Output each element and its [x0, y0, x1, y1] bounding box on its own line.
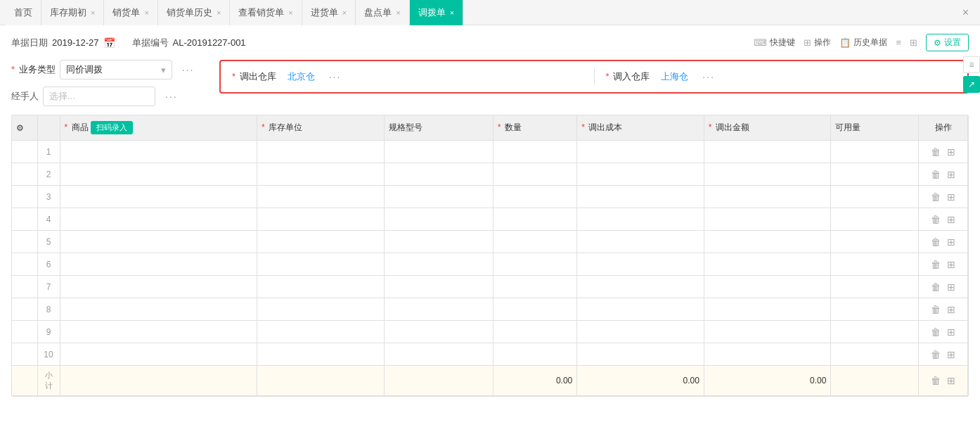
right-panel-external-button[interactable]: ↗	[963, 76, 980, 93]
window-close-button[interactable]: ×	[957, 6, 974, 19]
layout-grid-action[interactable]: ⊞	[910, 37, 917, 48]
close-icon[interactable]: ×	[91, 8, 95, 17]
row-amount-cell[interactable]	[704, 141, 831, 163]
copy-icon[interactable]: ⊞	[947, 326, 955, 338]
tab-transfer[interactable]: 调拨单 ×	[410, 0, 463, 25]
delete-icon[interactable]: 🗑	[931, 349, 941, 360]
calendar-icon[interactable]: 📅	[103, 37, 115, 49]
row-qty-cell[interactable]	[493, 253, 577, 276]
row-spec-cell[interactable]	[384, 163, 493, 186]
row-qty-cell[interactable]	[493, 163, 577, 186]
handler-more-button[interactable]: ···	[165, 91, 178, 102]
copy-icon[interactable]: ⊞	[947, 191, 955, 203]
row-product-cell[interactable]	[60, 321, 257, 343]
copy-icon[interactable]: ⊞	[947, 236, 955, 248]
delete-icon[interactable]: 🗑	[931, 191, 941, 203]
row-amount-cell[interactable]	[704, 163, 831, 186]
row-amount-cell[interactable]	[704, 208, 831, 231]
row-cost-cell[interactable]	[577, 186, 704, 208]
row-amount-cell[interactable]	[704, 276, 831, 298]
row-cost-cell[interactable]	[577, 231, 704, 253]
row-qty-cell[interactable]	[493, 276, 577, 298]
transfer-in-more-button[interactable]: ···	[702, 71, 715, 82]
row-spec-cell[interactable]	[384, 276, 493, 298]
delete-icon[interactable]: 🗑	[931, 281, 941, 293]
copy-icon[interactable]: ⊞	[947, 169, 955, 180]
delete-icon[interactable]: 🗑	[931, 304, 941, 315]
row-cost-cell[interactable]	[577, 208, 704, 231]
row-qty-cell[interactable]	[493, 231, 577, 253]
row-product-cell[interactable]	[60, 141, 257, 163]
th-settings[interactable]: ⚙	[12, 115, 37, 141]
row-cost-cell[interactable]	[577, 343, 704, 366]
row-amount-cell[interactable]	[704, 186, 831, 208]
tab-view-sales[interactable]: 查看销货单 ×	[230, 0, 302, 25]
history-action[interactable]: 📋 历史单据	[839, 37, 887, 49]
tab-sales-history[interactable]: 销货单历史 ×	[158, 0, 230, 25]
row-product-cell[interactable]	[60, 231, 257, 253]
close-icon[interactable]: ×	[396, 8, 400, 17]
delete-icon[interactable]: 🗑	[931, 375, 941, 386]
copy-icon[interactable]: ⊞	[947, 214, 955, 225]
right-panel-list-button[interactable]: ≡	[963, 56, 980, 73]
copy-icon[interactable]: ⊞	[947, 349, 955, 360]
operations-action[interactable]: ⊞ 操作	[804, 37, 831, 49]
row-spec-cell[interactable]	[384, 321, 493, 343]
row-product-cell[interactable]	[60, 163, 257, 186]
row-spec-cell[interactable]	[384, 253, 493, 276]
delete-icon[interactable]: 🗑	[931, 146, 941, 158]
row-spec-cell[interactable]	[384, 231, 493, 253]
row-amount-cell[interactable]	[704, 343, 831, 366]
row-spec-cell[interactable]	[384, 298, 493, 321]
row-unit-cell[interactable]	[257, 208, 385, 231]
row-unit-cell[interactable]	[257, 141, 385, 163]
row-qty-cell[interactable]	[493, 343, 577, 366]
row-spec-cell[interactable]	[384, 141, 493, 163]
row-cost-cell[interactable]	[577, 321, 704, 343]
tab-sales-order[interactable]: 销货单 ×	[104, 0, 157, 25]
business-type-select[interactable]: 同价调拨 ▾	[60, 60, 172, 79]
delete-icon[interactable]: 🗑	[931, 236, 941, 248]
copy-icon[interactable]: ⊞	[947, 146, 955, 158]
copy-icon[interactable]: ⊞	[947, 375, 955, 386]
row-spec-cell[interactable]	[384, 186, 493, 208]
row-qty-cell[interactable]	[493, 141, 577, 163]
tab-stocktake[interactable]: 盘点单 ×	[356, 0, 409, 25]
row-unit-cell[interactable]	[257, 163, 385, 186]
row-unit-cell[interactable]	[257, 186, 385, 208]
copy-icon[interactable]: ⊞	[947, 259, 955, 270]
business-type-more-button[interactable]: ···	[182, 64, 195, 75]
row-qty-cell[interactable]	[493, 321, 577, 343]
row-product-cell[interactable]	[60, 298, 257, 321]
close-icon[interactable]: ×	[450, 8, 454, 17]
row-cost-cell[interactable]	[577, 253, 704, 276]
shortcuts-action[interactable]: ⌨ 快捷键	[754, 37, 795, 49]
settings-button[interactable]: ⚙ 设置	[926, 34, 969, 51]
row-unit-cell[interactable]	[257, 253, 385, 276]
row-amount-cell[interactable]	[704, 298, 831, 321]
tab-home[interactable]: 首页	[6, 0, 41, 25]
copy-icon[interactable]: ⊞	[947, 304, 955, 315]
row-cost-cell[interactable]	[577, 163, 704, 186]
row-cost-cell[interactable]	[577, 276, 704, 298]
row-amount-cell[interactable]	[704, 321, 831, 343]
row-product-cell[interactable]	[60, 343, 257, 366]
close-icon[interactable]: ×	[342, 8, 347, 17]
scan-entry-button[interactable]: 扫码录入	[91, 121, 133, 134]
row-unit-cell[interactable]	[257, 321, 385, 343]
delete-icon[interactable]: 🗑	[931, 169, 941, 180]
copy-icon[interactable]: ⊞	[947, 281, 955, 293]
row-qty-cell[interactable]	[493, 298, 577, 321]
tab-purchase[interactable]: 进货单 ×	[302, 0, 356, 25]
row-unit-cell[interactable]	[257, 343, 385, 366]
row-product-cell[interactable]	[60, 208, 257, 231]
row-amount-cell[interactable]	[704, 253, 831, 276]
row-unit-cell[interactable]	[257, 231, 385, 253]
delete-icon[interactable]: 🗑	[931, 259, 941, 270]
close-icon[interactable]: ×	[217, 8, 221, 17]
row-unit-cell[interactable]	[257, 276, 385, 298]
transfer-out-more-button[interactable]: ···	[329, 71, 342, 82]
row-amount-cell[interactable]	[704, 231, 831, 253]
row-qty-cell[interactable]	[493, 186, 577, 208]
close-icon[interactable]: ×	[288, 8, 292, 17]
